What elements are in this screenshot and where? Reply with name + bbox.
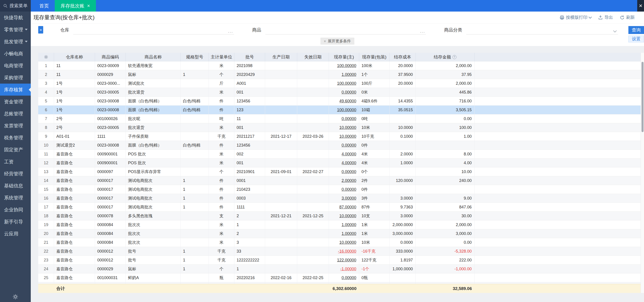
table-row[interactable]: 18嘉音路仓0000078多头黑色玫瑰支22021-12-212021-12-2… [38,212,644,220]
qty-link[interactable]: 10.00000 [339,134,356,139]
sidebar-item[interactable]: 系统管理 [0,192,31,204]
column-header[interactable]: 结存成本 [390,53,416,61]
table-row[interactable]: 26嘉音路仓001000031鲜奶A瓶202202182022-02-16202… [38,282,644,284]
table-row[interactable]: 41号0023-00005批次退货米0010.000000米445.86 [38,88,644,97]
product-picker-button[interactable]: ... [420,29,425,34]
product-input[interactable]: ... [265,27,426,35]
qty-link[interactable]: 1.00000 [342,231,356,236]
table-row[interactable]: 11嘉音路仓000900001POS 批次米0024.000004米2.0000… [38,150,644,159]
export-button[interactable]: 导出 [598,15,613,20]
sidebar-item[interactable]: 基础信息 [0,180,31,192]
qty-link[interactable]: 0.00000 [342,170,356,174]
table-row[interactable]: 10测试退货20023-00008面膜（白色/纯棉）白色/纯棉件1234560.… [38,141,644,150]
table-row[interactable]: 12嘉音路仓000900001POS 批次米0014.000004米1.0000… [38,159,644,168]
sidebar-item[interactable]: 云应用 [0,228,31,240]
sidebar-item[interactable]: 工资 [0,156,31,168]
sidebar-item[interactable]: 采购管理 [0,72,31,84]
table-row[interactable]: 15嘉音路仓0000017测试电商批次1件2104230.000000件 [38,185,644,194]
sidebar-search[interactable]: 搜索菜单 [0,0,31,12]
sidebar-item[interactable]: 企业协同 [0,204,31,216]
table-row[interactable]: 9A01-011111子件保质期千克202112172021-12-172022… [38,132,644,141]
warehouse-input[interactable]: ... [73,27,234,35]
qty-link[interactable]: 10.00000 [339,125,356,130]
sidebar-item[interactable]: 固定资产 [0,144,31,156]
settings-button[interactable]: 设置 [628,36,644,42]
table-row[interactable]: 72号001000026批次呢吨110.000000吨0.00 [38,114,644,123]
table-row[interactable]: 17嘉音路仓0000017测试电商批次1件111187.0000087件9.73… [38,203,644,212]
qty-link[interactable]: 87.00000 [339,205,356,210]
qty-link[interactable]: 100.00000 [337,108,356,112]
table-row[interactable]: 24嘉音路仓0000029鼠标1个1-1.00000-1个1,000.0000-… [38,265,644,273]
qty-link[interactable]: 1.00000 [342,72,356,77]
qty-link[interactable]: 3.00000 [342,196,356,201]
table-row[interactable]: 25嘉音路仓001000031鲜奶A瓶202202162022-02-16202… [38,273,644,282]
column-header[interactable]: 仓库名称 [54,53,95,61]
table-row[interactable]: 61号0023-00008面膜（白色/纯棉）白色/纯棉件123100.00000… [38,106,644,114]
column-header[interactable]: 结存金额? [416,53,474,61]
chevron-down-icon[interactable] [613,29,617,33]
help-icon[interactable]: ? [452,55,456,59]
column-header[interactable]: 失效日期 [297,53,329,61]
table-row[interactable]: 20嘉音路仓0000084批次次米21.000001米3,000.00003,0… [38,229,644,238]
sidebar-item[interactable]: 新手引导 [0,216,31,228]
column-header[interactable]: 规格型号 [181,53,209,61]
scrollbar-thumb[interactable] [642,62,644,132]
tab-inventory-batch[interactable]: 库存批次账 × [55,0,96,12]
qty-link[interactable]: 10.00000 [339,240,356,245]
qty-link[interactable]: 4.00000 [342,152,356,157]
sidebar-item[interactable]: 总账管理 [0,108,31,120]
table-row[interactable]: 1110023-00009软壳通用衡宽米2021098100.00000100米… [38,61,644,70]
table-row[interactable]: 21嘉音路仓0000084批次次米310.0000010米0.00000.00 [38,238,644,247]
column-settings-header[interactable] [38,53,54,61]
category-select[interactable] [466,27,618,35]
qty-link[interactable]: 49.60000 [339,99,356,103]
column-header[interactable]: 商品编码 [95,53,126,61]
print-button[interactable]: 按横版打印 [560,15,591,20]
column-header[interactable]: 主计量单位 [209,53,234,61]
table-row[interactable]: 51号0023-00008面膜（白色/纯棉）白色/纯棉件12345649.600… [38,97,644,106]
qty-link[interactable]: -16.00000 [338,249,356,254]
sidebar-item[interactable]: 快捷导航 [0,12,31,24]
qty-link[interactable]: 1.00000 [342,222,356,227]
sidebar-item[interactable]: 批发管理 [0,36,31,48]
sidebar-item[interactable]: 税务管理 [0,132,31,144]
sidebar-item[interactable]: 经营管理 [0,168,31,180]
sidebar-item[interactable]: 发票管理 [0,120,31,132]
qty-link[interactable]: 100.00000 [337,81,356,86]
qty-link[interactable]: 4.00000 [342,161,356,165]
sidebar-item[interactable]: 小畅电商 [0,48,31,60]
qty-link[interactable]: 10.00000 [339,214,356,218]
query-button[interactable]: 查询 [628,26,644,34]
sidebar-settings-button[interactable] [0,294,31,300]
warehouse-picker-button[interactable]: ... [228,29,233,34]
table-row[interactable]: 16嘉音路仓0000017测试电商批次1件00033.000003件3.0000… [38,194,644,203]
table-row[interactable]: 22嘉音路仓0000012批号1千克33-16.00000-16千克333.00… [38,247,644,256]
table-row[interactable]: 82号0023-00005批次退货米00110.0000010米10.00001… [38,123,644,132]
table-row[interactable]: 2110000029鼠标1个202204291.000001个37.950037… [38,70,644,79]
qty-link[interactable]: 0.00000 [342,143,356,148]
expand-more-conditions[interactable]: » 展开更多条件 [320,38,354,45]
tab-home[interactable]: 首页 [34,0,55,12]
refresh-button[interactable]: 刷新 [620,15,635,20]
column-header[interactable]: 批号 [234,53,265,61]
window-close-button[interactable]: × [637,0,644,12]
qty-link[interactable]: 100.00000 [337,63,356,68]
column-header[interactable]: 现存量(包装) [359,53,390,61]
chevron-down-icon[interactable] [588,15,592,18]
sidebar-item[interactable]: 零售管理 [0,24,31,36]
qty-link[interactable]: 0.00000 [342,116,356,121]
qty-link[interactable]: -1.00000 [340,267,356,271]
qty-link[interactable]: 2.00000 [342,178,356,183]
tab-close-icon[interactable]: × [87,4,90,8]
column-header[interactable]: 生产日期 [265,53,297,61]
qty-link[interactable]: 0.00000 [342,90,356,95]
table-row[interactable]: 31号0023-0000...测试批次斤A001100.00000100斤20.… [38,79,644,88]
sidebar-item[interactable]: 库存核算 [0,84,31,96]
vertical-scrollbar[interactable] [640,53,644,293]
sidebar-item[interactable]: 电商管理 [0,60,31,72]
column-header[interactable]: 现存量(主) [329,53,359,61]
column-header[interactable]: 商品名称 [126,53,181,61]
sidebar-item[interactable]: 资金管理 [0,96,31,108]
qty-link[interactable]: 122.00000 [337,258,356,263]
qty-link[interactable]: 0.00000 [342,187,356,192]
